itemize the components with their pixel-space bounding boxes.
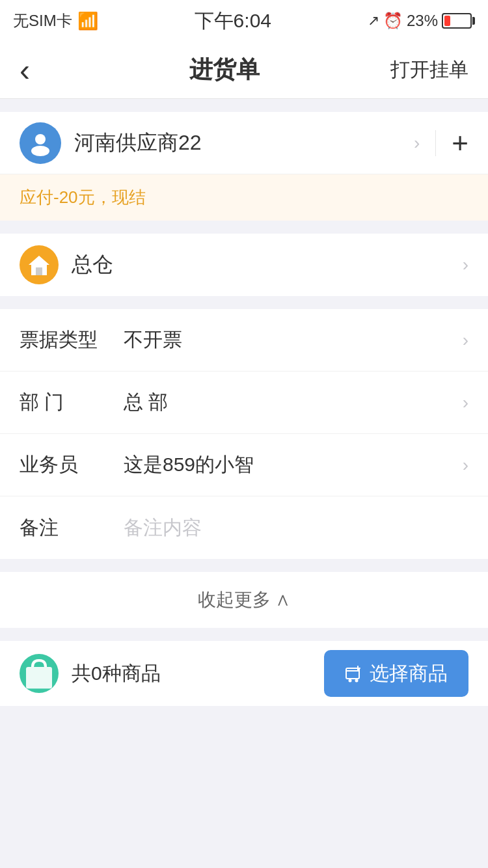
supplier-divider xyxy=(435,130,436,156)
department-label: 部 门 xyxy=(20,389,111,416)
remark-label: 备注 xyxy=(20,515,111,541)
notice-banner: 应付-20元，现结 xyxy=(0,174,488,221)
battery-percent: 23% xyxy=(407,12,438,30)
salesperson-value: 这是859的小智 xyxy=(111,452,463,478)
select-product-button[interactable]: 选择商品 xyxy=(324,650,468,697)
svg-point-1 xyxy=(31,146,49,156)
background-fill xyxy=(0,706,488,868)
section-gap-1 xyxy=(0,99,488,112)
product-bar: 共0种商品 选择商品 xyxy=(0,641,488,706)
supplier-avatar xyxy=(20,122,61,164)
status-bar-time: 下午6:04 xyxy=(195,8,271,34)
invoice-type-value: 不开票 xyxy=(111,327,463,353)
svg-point-6 xyxy=(349,679,352,683)
supplier-card: 河南供应商22 › + 应付-20元，现结 xyxy=(0,112,488,221)
department-chevron-icon: › xyxy=(463,392,468,413)
home-icon xyxy=(27,253,51,277)
cart-add-icon xyxy=(345,664,363,683)
open-pending-button[interactable]: 打开挂单 xyxy=(390,57,468,83)
salesperson-chevron-icon: › xyxy=(463,455,468,476)
form-section: 票据类型 不开票 › 部 门 总 部 › 业务员 这是859的小智 › 备注 备… xyxy=(0,309,488,559)
collapse-row[interactable]: 收起更多 ∧ xyxy=(0,572,488,628)
supplier-chevron-icon: › xyxy=(414,133,420,154)
page-title: 进货单 xyxy=(189,54,260,86)
svg-rect-2 xyxy=(36,267,42,275)
salesperson-row[interactable]: 业务员 这是859的小智 › xyxy=(0,434,488,496)
nav-bar: ‹ 进货单 打开挂单 xyxy=(0,42,488,99)
svg-point-0 xyxy=(35,134,46,144)
status-bar-right: ↗ ⏰ 23% xyxy=(368,12,475,30)
status-bar-left: 无SIM卡 📶 xyxy=(13,10,98,31)
select-product-label: 选择商品 xyxy=(370,660,448,687)
add-supplier-button[interactable]: + xyxy=(452,127,468,159)
person-icon xyxy=(27,130,53,156)
collapse-label: 收起更多 ∧ xyxy=(198,588,291,612)
supplier-name: 河南供应商22 xyxy=(74,129,414,157)
svg-rect-3 xyxy=(26,667,52,688)
invoice-type-label: 票据类型 xyxy=(20,327,111,353)
product-count: 共0种商品 xyxy=(72,660,324,687)
status-bar: 无SIM卡 📶 下午6:04 ↗ ⏰ 23% xyxy=(0,0,488,42)
remark-placeholder[interactable]: 备注内容 xyxy=(111,515,468,541)
invoice-type-chevron-icon: › xyxy=(463,330,468,351)
salesperson-label: 业务员 xyxy=(20,452,111,478)
invoice-type-row[interactable]: 票据类型 不开票 › xyxy=(0,309,488,372)
department-row[interactable]: 部 门 总 部 › xyxy=(0,372,488,434)
warehouse-name: 总仓 xyxy=(72,251,463,279)
department-value: 总 部 xyxy=(111,389,463,416)
battery-icon xyxy=(442,13,475,29)
warehouse-icon xyxy=(20,245,59,284)
wifi-icon: 📶 xyxy=(77,11,98,31)
supplier-row[interactable]: 河南供应商22 › + xyxy=(0,112,488,174)
product-icon xyxy=(20,654,59,693)
back-button[interactable]: ‹ xyxy=(20,52,59,88)
warehouse-row[interactable]: 总仓 › xyxy=(0,234,488,296)
location-icon: ↗ xyxy=(368,12,379,29)
alarm-icon: ⏰ xyxy=(383,12,403,30)
warehouse-chevron-icon: › xyxy=(463,254,468,275)
carrier-label: 无SIM卡 xyxy=(13,10,72,31)
shopping-bag-icon xyxy=(20,654,59,693)
svg-point-7 xyxy=(355,679,359,683)
remark-row[interactable]: 备注 备注内容 xyxy=(0,496,488,559)
